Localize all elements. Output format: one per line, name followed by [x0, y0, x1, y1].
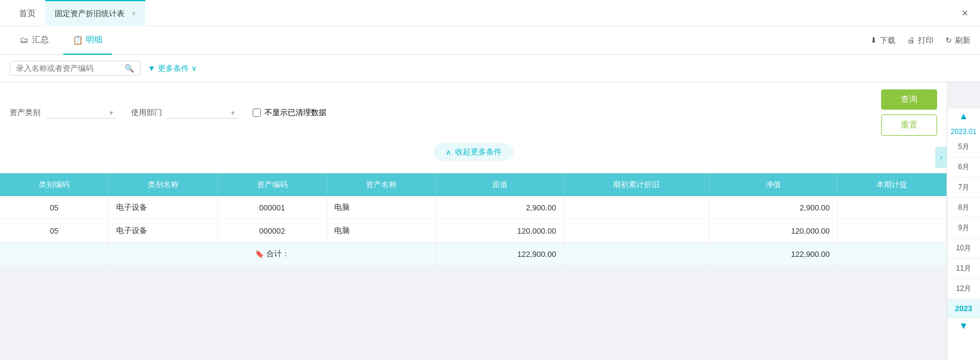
month-7[interactable]: 7月 — [947, 178, 980, 198]
cell-category-name-2: 电子设备 — [108, 219, 217, 243]
month-10[interactable]: 10月 — [947, 238, 980, 259]
query-button[interactable]: 查询 — [881, 89, 937, 110]
col-header-category-name: 类别名称 — [108, 173, 217, 196]
filter-buttons: 查询 重置 — [881, 89, 937, 136]
collapse-label: 收起更多条件 — [455, 147, 502, 157]
expand-button[interactable]: › — [935, 147, 947, 168]
tab-bar: 🗂 汇总 📋 明细 ⬇ 下载 🖨 打印 ↻ 刷新 — [0, 26, 980, 55]
search-icon: 🔍 — [125, 64, 134, 73]
tab-detail[interactable]: 📋 明细 — [63, 26, 112, 55]
hide-cleared-checkbox[interactable] — [253, 108, 261, 117]
download-icon: ⬇ — [870, 36, 877, 45]
col-header-current-depreciation: 本期计提 — [837, 173, 946, 196]
col-header-asset-code: 资产编码 — [217, 173, 326, 196]
table-header-row: 类别编码 类别名称 资产编码 资产名称 原值 期初累计折旧 净值 本期计提 — [0, 173, 947, 196]
tab-detail-label: 明细 — [86, 35, 102, 45]
month-11[interactable]: 11月 — [947, 259, 980, 279]
search-input-wrap[interactable]: 🔍 — [10, 61, 141, 76]
active-tab[interactable]: 固定资产折旧统计表 × — [45, 0, 145, 26]
total-original-value: 122,900.00 — [436, 243, 564, 266]
month-5[interactable]: 5月 — [947, 137, 980, 157]
tab-close-icon[interactable]: × — [132, 10, 136, 18]
table-row: 05 电子设备 000001 电脑 2,900.00 2,900.00 — [0, 196, 947, 219]
col-header-asset-name: 资产名称 — [326, 173, 435, 196]
nav-down-button[interactable]: ▼ — [957, 318, 971, 334]
month-6[interactable]: 6月 — [947, 157, 980, 178]
month-8[interactable]: 8月 — [947, 198, 980, 218]
cell-accumulated-depreciation-1 — [564, 196, 710, 219]
cell-asset-name-2: 电脑 — [326, 219, 435, 243]
tab-bar-left: 🗂 汇总 📋 明细 — [10, 26, 112, 55]
search-bar: 🔍 ▼ 更多条件 ∨ — [0, 55, 980, 82]
cell-current-depreciation-2 — [837, 219, 946, 243]
print-label: 打印 — [918, 35, 934, 46]
cell-current-depreciation-1 — [837, 196, 946, 219]
table-wrap: 类别编码 类别名称 资产编码 资产名称 原值 期初累计折旧 净值 本期计提 05… — [0, 173, 947, 266]
department-label: 使用部门 — [131, 107, 162, 118]
asset-category-select[interactable] — [45, 107, 117, 119]
more-conditions-label: 更多条件 — [158, 63, 189, 74]
filter-department: 使用部门 ▼ — [131, 107, 238, 119]
data-table: 类别编码 类别名称 资产编码 资产名称 原值 期初累计折旧 净值 本期计提 05… — [0, 173, 947, 266]
print-button[interactable]: 🖨 打印 — [907, 35, 934, 46]
month-9[interactable]: 9月 — [947, 218, 980, 238]
col-header-category-code: 类别编码 — [0, 173, 108, 196]
col-header-accumulated-depreciation: 期初累计折旧 — [564, 173, 710, 196]
top-nav: 首页 固定资产折旧统计表 × × — [0, 0, 980, 26]
tab-summary-label: 汇总 — [32, 35, 49, 45]
filter-icon: ▼ — [148, 64, 155, 73]
cell-category-code-1: 05 — [0, 196, 108, 219]
download-button[interactable]: ⬇ 下载 — [870, 35, 895, 46]
cell-accumulated-depreciation-2 — [564, 219, 710, 243]
total-icon-symbol: 🔖 — [255, 250, 264, 258]
total-current-depreciation — [837, 243, 946, 266]
year-label[interactable]: 2023 — [947, 299, 980, 318]
chevron-down-icon: ∨ — [191, 64, 197, 73]
cell-asset-code-1: 000001 — [217, 196, 326, 219]
search-input[interactable] — [16, 64, 120, 73]
cell-net-value-1: 2,900.00 — [710, 196, 837, 219]
department-select-wrap[interactable]: ▼ — [167, 107, 238, 119]
right-panel: › ▲ 2023.01 5月 6月 7月 8月 9月 10月 11月 12月 2… — [947, 108, 980, 360]
department-select[interactable] — [167, 107, 238, 119]
refresh-icon: ↻ — [945, 36, 952, 45]
month-12[interactable]: 12月 — [947, 279, 980, 299]
total-net-value: 122,900.00 — [710, 243, 837, 266]
cell-asset-name-1: 电脑 — [326, 196, 435, 219]
tab-summary[interactable]: 🗂 汇总 — [10, 26, 58, 55]
cell-category-code-2: 05 — [0, 219, 108, 243]
filter-asset-category: 资产类别 ▼ — [10, 107, 117, 119]
cell-original-value-1: 2,900.00 — [436, 196, 564, 219]
filter-row: 资产类别 ▼ 使用部门 ▼ — [10, 89, 937, 143]
asset-category-select-wrap[interactable]: ▼ — [45, 107, 117, 119]
filter-area: 资产类别 ▼ 使用部门 ▼ — [0, 82, 947, 173]
cell-asset-code-2: 000002 — [217, 219, 326, 243]
col-header-net-value: 净值 — [710, 173, 837, 196]
asset-category-label: 资产类别 — [10, 107, 41, 118]
download-label: 下载 — [880, 35, 895, 46]
collapse-icon: ∧ — [446, 148, 452, 157]
hide-cleared-checkbox-wrap[interactable]: 不显示已清理数据 — [253, 107, 326, 118]
collapse-button[interactable]: ∧ 收起更多条件 — [434, 143, 514, 161]
total-label-wrap: 🔖 合计： — [255, 249, 290, 259]
window-close-icon[interactable]: × — [962, 7, 968, 20]
total-accumulated — [564, 243, 710, 266]
table-row: 05 电子设备 000002 电脑 120,000.00 120,000.00 — [0, 219, 947, 243]
col-header-original-value: 原值 — [436, 173, 564, 196]
cell-original-value-2: 120,000.00 — [436, 219, 564, 243]
date-header: 2023.01 — [951, 124, 976, 137]
print-icon: 🖨 — [907, 36, 915, 45]
layers-icon: 🗂 — [19, 35, 29, 45]
total-label-cell: 🔖 合计： — [108, 243, 436, 266]
more-conditions-button[interactable]: ▼ 更多条件 ∨ — [148, 63, 197, 74]
list-icon: 📋 — [73, 35, 82, 45]
cell-category-name-1: 电子设备 — [108, 196, 217, 219]
tab-label: 固定资产折旧统计表 — [55, 8, 125, 19]
nav-up-button[interactable]: ▲ — [957, 108, 971, 124]
reset-button[interactable]: 重置 — [881, 114, 937, 136]
tab-bar-right: ⬇ 下载 🖨 打印 ↻ 刷新 — [870, 35, 970, 46]
refresh-button[interactable]: ↻ 刷新 — [945, 35, 970, 46]
nav-home[interactable]: 首页 — [10, 0, 45, 26]
collapse-wrap: ∧ 收起更多条件 — [10, 143, 937, 173]
cell-net-value-2: 120,000.00 — [710, 219, 837, 243]
